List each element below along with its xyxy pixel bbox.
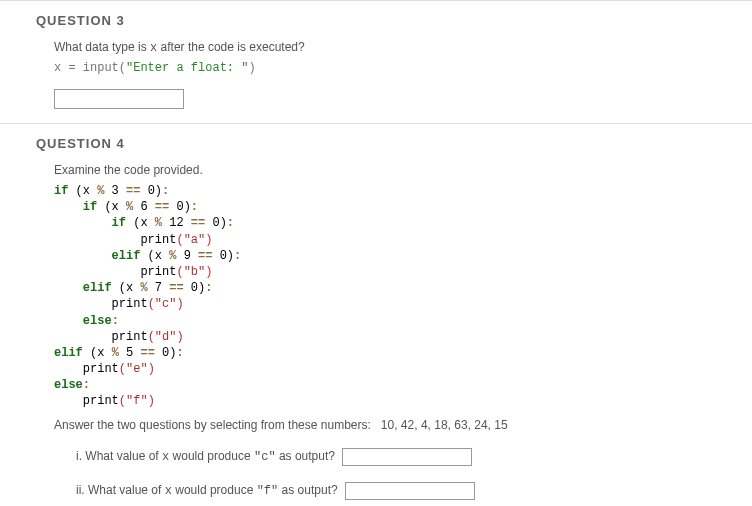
- q3-answer-input[interactable]: [54, 89, 184, 109]
- q4-sub1-input[interactable]: [342, 448, 472, 466]
- q4-sub1: i. What value of x would produce "c" as …: [76, 448, 752, 466]
- q4-numbers-line: Answer the two questions by selecting fr…: [54, 418, 752, 432]
- question-4: QUESTION 4 Examine the code provided. if…: [0, 124, 752, 506]
- q4-sub2-label: ii. What value of x would produce "f" as…: [76, 483, 338, 498]
- q4-code-block: if (x % 3 == 0): if (x % 6 == 0): if (x …: [54, 183, 752, 410]
- q3-code-str: "Enter a float: ": [126, 61, 248, 75]
- q4-sub2: ii. What value of x would produce "f" as…: [76, 482, 752, 500]
- q4-sub2-input[interactable]: [345, 482, 475, 500]
- q3-prompt: What data type is x after the code is ex…: [54, 40, 752, 55]
- q4-heading: QUESTION 4: [36, 136, 752, 151]
- q3-code-close: ): [248, 61, 255, 75]
- q3-code-pre: x = input: [54, 61, 119, 75]
- q3-prompt-post: after the code is executed?: [157, 40, 304, 54]
- q3-code: x = input("Enter a float: "): [54, 61, 752, 75]
- q3-prompt-pre: What data type is: [54, 40, 150, 54]
- q3-heading: QUESTION 3: [36, 13, 752, 28]
- q4-answer-pre: Answer the two questions by selecting fr…: [54, 418, 371, 432]
- question-3: QUESTION 3 What data type is x after the…: [0, 1, 752, 123]
- q4-sub1-label: i. What value of x would produce "c" as …: [76, 449, 335, 464]
- q3-code-open: (: [119, 61, 126, 75]
- q4-numbers: 10, 42, 4, 18, 63, 24, 15: [381, 418, 508, 432]
- q4-prompt: Examine the code provided.: [54, 163, 752, 177]
